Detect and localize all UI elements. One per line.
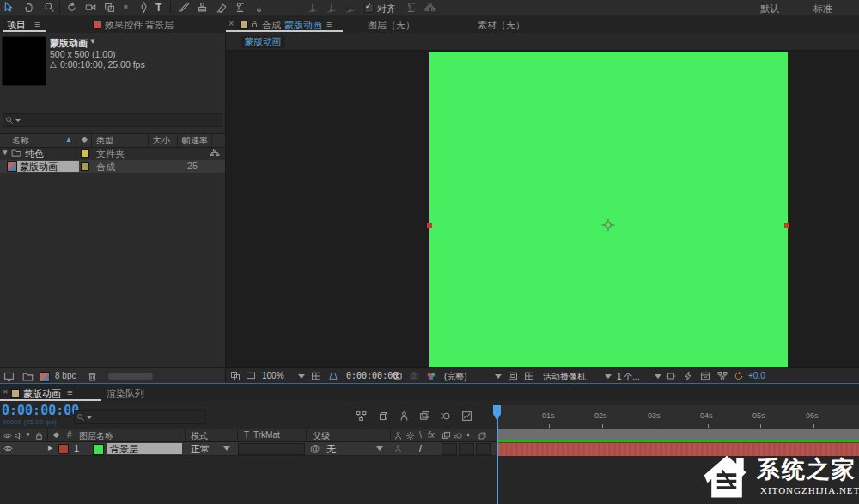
color-depth-label[interactable]: 8 bpc: [55, 371, 76, 380]
col-type[interactable]: 类型: [96, 135, 113, 147]
layer-handle-right[interactable]: [784, 223, 789, 228]
sort-asc-icon[interactable]: ▲: [65, 136, 72, 143]
puppet-overlay-icon[interactable]: [405, 2, 417, 13]
motion-blur-switch-icon[interactable]: [454, 431, 463, 440]
blend-mode-chevron[interactable]: [223, 446, 230, 451]
work-area-bar[interactable]: [497, 429, 859, 440]
tab-effect-controls[interactable]: 效果控件 背景层: [105, 19, 174, 32]
exposure-value[interactable]: +0.0: [748, 371, 765, 380]
parent-value[interactable]: 无: [326, 443, 336, 456]
type-tool-icon[interactable]: T: [155, 2, 161, 14]
lock-icon[interactable]: [250, 20, 259, 28]
col-separator[interactable]: [177, 134, 178, 147]
col-mode[interactable]: 模式: [191, 430, 208, 442]
snapshot-icon[interactable]: [393, 371, 403, 381]
col-separator[interactable]: [390, 429, 391, 441]
menu-icon[interactable]: ≡: [326, 19, 332, 29]
target-region-icon[interactable]: [508, 371, 518, 381]
layer-switch-cell[interactable]: [459, 443, 474, 455]
eraser-tool-icon[interactable]: [216, 2, 227, 13]
motion-blur-icon[interactable]: [440, 410, 451, 422]
anchor-point-icon[interactable]: [601, 218, 615, 232]
camera-tool-icon[interactable]: [85, 2, 96, 13]
layer-video-eye-icon[interactable]: [3, 444, 13, 453]
col-size[interactable]: 大小: [153, 135, 170, 147]
col-separator[interactable]: [306, 429, 307, 441]
col-layer-name[interactable]: 图层名称: [79, 430, 113, 442]
close-icon[interactable]: ×: [3, 386, 8, 397]
blend-mode-value[interactable]: 正常: [191, 443, 210, 456]
hand-tool-icon[interactable]: [23, 2, 34, 13]
pen-tool-icon[interactable]: [138, 2, 149, 13]
project-row-composition[interactable]: 蒙版动画 合成 25: [0, 160, 225, 173]
axis-mode-view-icon[interactable]: [344, 2, 356, 13]
tab-timeline-comp[interactable]: 蒙版动画: [23, 387, 61, 400]
frame-blending-icon[interactable]: [419, 410, 430, 422]
puppet-pin-tool-icon[interactable]: [253, 2, 265, 13]
always-preview-icon[interactable]: [230, 371, 241, 381]
grid-guides-icon[interactable]: [311, 371, 321, 381]
time-ruler[interactable]: 01s 02s 03s 04s 05s 06s: [497, 405, 859, 430]
snap-label[interactable]: 对齐: [377, 3, 396, 15]
timeline-window-icon[interactable]: [700, 371, 710, 381]
options-dots-icon[interactable]: [424, 2, 436, 13]
close-icon[interactable]: ×: [228, 18, 234, 28]
new-folder-icon[interactable]: [22, 371, 34, 382]
col-separator[interactable]: [211, 134, 212, 147]
layer-label-color[interactable]: [58, 444, 69, 454]
layer-shy-icon[interactable]: [393, 444, 403, 453]
axis-mode-world-icon[interactable]: [326, 2, 337, 13]
shape-tool-icon[interactable]: ●: [123, 1, 129, 11]
tag-icon[interactable]: ◆: [82, 135, 88, 143]
magnification-value[interactable]: 100%: [262, 371, 284, 380]
pixel-aspect-icon[interactable]: [666, 371, 676, 381]
roto-brush-tool-icon[interactable]: [235, 2, 246, 13]
index-hash-icon[interactable]: #: [67, 430, 72, 440]
parent-pickwhip-icon[interactable]: @: [310, 443, 320, 453]
resolution-value[interactable]: (完整): [444, 371, 467, 383]
layer-row[interactable]: ▶ 1 背景层 正常 @ 无 /: [0, 442, 497, 456]
caret-down-icon[interactable]: ▼: [89, 38, 96, 46]
comp-flowchart-icon[interactable]: [717, 371, 728, 381]
workspace-standard-label[interactable]: 标准: [813, 3, 832, 15]
playhead-line[interactable]: [497, 405, 498, 504]
resolution-chevron[interactable]: [495, 374, 502, 379]
col-trkmat[interactable]: TrkMat: [253, 430, 280, 440]
shy-switch-icon[interactable]: [393, 431, 403, 440]
layer-switch-cell[interactable]: [476, 443, 491, 455]
project-row-name-selected[interactable]: 蒙版动画: [17, 161, 79, 172]
pan-behind-tool-icon[interactable]: [104, 2, 115, 13]
brush-tool-icon[interactable]: [178, 2, 189, 13]
region-of-interest-icon[interactable]: [328, 371, 338, 381]
view-layout-chevron[interactable]: [655, 374, 661, 379]
menu-icon[interactable]: ≡: [34, 19, 40, 29]
project-row-name[interactable]: 纯色: [25, 148, 44, 161]
search-options-chevron[interactable]: [87, 416, 92, 419]
col-separator[interactable]: [76, 134, 76, 147]
project-search-input[interactable]: [3, 113, 222, 127]
interpret-footage-icon[interactable]: [3, 371, 15, 382]
axis-mode-local-icon[interactable]: [307, 2, 318, 13]
quality-switch-icon[interactable]: \: [419, 430, 422, 440]
clone-stamp-tool-icon[interactable]: [197, 2, 208, 13]
menu-icon[interactable]: ≡: [67, 387, 72, 398]
panel-scrollbar[interactable]: [108, 373, 153, 380]
video-eye-icon[interactable]: [3, 431, 12, 440]
viewer-timecode[interactable]: 0:00:00:00: [346, 371, 398, 380]
graph-editor-icon[interactable]: [461, 410, 472, 422]
comp-canvas[interactable]: [226, 50, 859, 367]
transparency-grid-icon[interactable]: [524, 371, 534, 381]
magnification-chevron[interactable]: [298, 374, 305, 379]
layer-switch-cell[interactable]: [442, 443, 457, 455]
lock-icon[interactable]: [34, 431, 44, 440]
col-name[interactable]: 名称: [12, 135, 29, 147]
view-layout-value[interactable]: 1 个...: [617, 371, 640, 383]
col-separator[interactable]: [91, 134, 92, 147]
layer-name-selected[interactable]: 背景层: [107, 443, 182, 454]
col-separator[interactable]: [237, 429, 238, 441]
solid-color-swatch[interactable]: [93, 444, 104, 455]
label-color-chip[interactable]: [81, 149, 89, 158]
col-separator[interactable]: [148, 134, 149, 147]
workspace-default-label[interactable]: 默认: [760, 3, 779, 15]
adjustment-switch-icon[interactable]: ◐: [466, 430, 471, 439]
